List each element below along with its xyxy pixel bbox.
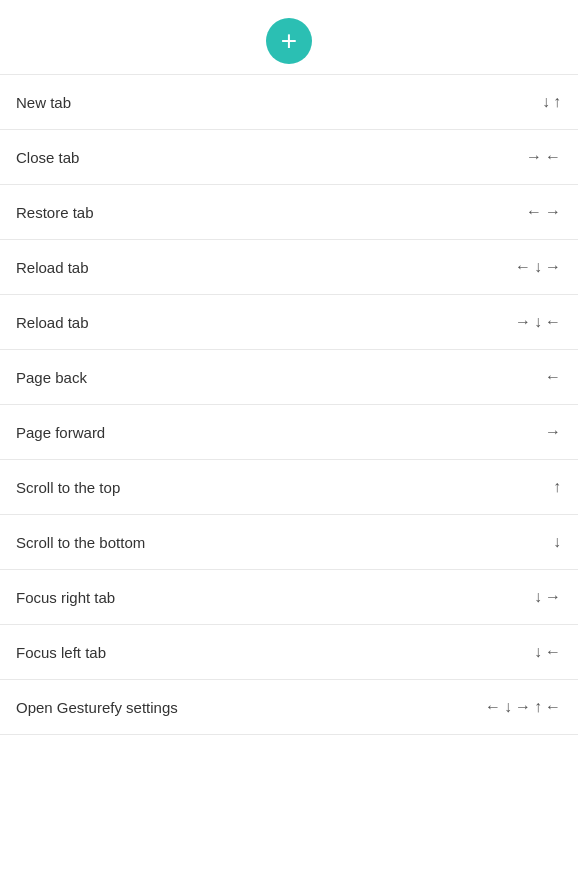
gesture-arrows: ↑ bbox=[553, 478, 562, 496]
plus-icon: + bbox=[281, 27, 297, 55]
arrow-2: → bbox=[545, 258, 562, 276]
arrow-1: ← bbox=[545, 643, 562, 661]
gesture-item-page-back[interactable]: Page back← bbox=[0, 349, 578, 405]
arrow-3: ↑ bbox=[534, 698, 543, 716]
arrow-1: ↓ bbox=[504, 698, 513, 716]
arrow-1: ↓ bbox=[534, 258, 543, 276]
arrow-0: ↓ bbox=[534, 643, 543, 661]
arrow-0: → bbox=[545, 423, 562, 441]
gesture-arrows: ↓ bbox=[553, 533, 562, 551]
arrow-1: ↓ bbox=[534, 313, 543, 331]
gesture-arrows: ←→ bbox=[526, 203, 562, 221]
gesture-item-focus-left-tab[interactable]: Focus left tab↓← bbox=[0, 624, 578, 680]
gesture-label: Reload tab bbox=[16, 314, 89, 331]
gesture-item-page-forward[interactable]: Page forward→ bbox=[0, 404, 578, 460]
gesture-label: Scroll to the bottom bbox=[16, 534, 145, 551]
add-gesture-button[interactable]: + bbox=[266, 18, 312, 64]
gesture-arrows: →↓← bbox=[515, 313, 562, 331]
gesture-label: Open Gesturefy settings bbox=[16, 699, 178, 716]
gesture-label: Scroll to the top bbox=[16, 479, 120, 496]
arrow-1: → bbox=[545, 203, 562, 221]
arrow-1: ↑ bbox=[553, 93, 562, 111]
arrow-0: ↑ bbox=[553, 478, 562, 496]
arrow-0: ↓ bbox=[542, 93, 551, 111]
gesture-label: Reload tab bbox=[16, 259, 89, 276]
gesture-label: New tab bbox=[16, 94, 71, 111]
gesture-label: Restore tab bbox=[16, 204, 94, 221]
arrow-2: → bbox=[515, 698, 532, 716]
arrow-0: ← bbox=[526, 203, 543, 221]
arrow-1: ← bbox=[545, 148, 562, 166]
gesture-item-open-gesturefy-settings[interactable]: Open Gesturefy settings←↓→↑← bbox=[0, 679, 578, 735]
gesture-arrows: ↓→ bbox=[534, 588, 562, 606]
gesture-arrows: →← bbox=[526, 148, 562, 166]
gesture-arrows: ←↓→ bbox=[515, 258, 562, 276]
arrow-0: → bbox=[526, 148, 543, 166]
arrow-0: → bbox=[515, 313, 532, 331]
gesture-label: Focus left tab bbox=[16, 644, 106, 661]
gesture-label: Close tab bbox=[16, 149, 79, 166]
gesture-item-close-tab[interactable]: Close tab→← bbox=[0, 129, 578, 185]
gesture-arrows: ↓← bbox=[534, 643, 562, 661]
gesture-arrows: ↓↑ bbox=[542, 93, 562, 111]
gesture-label: Focus right tab bbox=[16, 589, 115, 606]
gesture-label: Page forward bbox=[16, 424, 105, 441]
arrow-0: ↓ bbox=[553, 533, 562, 551]
gesture-item-reload-tab-1[interactable]: Reload tab←↓→ bbox=[0, 239, 578, 295]
gesture-item-restore-tab[interactable]: Restore tab←→ bbox=[0, 184, 578, 240]
arrow-2: ← bbox=[545, 313, 562, 331]
arrow-0: ← bbox=[485, 698, 502, 716]
gesture-item-scroll-top[interactable]: Scroll to the top↑ bbox=[0, 459, 578, 515]
gesture-item-new-tab[interactable]: New tab↓↑ bbox=[0, 74, 578, 130]
gesture-arrows: ← bbox=[545, 368, 562, 386]
gesture-arrows: ←↓→↑← bbox=[485, 698, 562, 716]
arrow-4: ← bbox=[545, 698, 562, 716]
arrow-1: → bbox=[545, 588, 562, 606]
gesture-label: Page back bbox=[16, 369, 87, 386]
gesture-list: New tab↓↑Close tab→←Restore tab←→Reload … bbox=[0, 74, 578, 735]
gesture-item-focus-right-tab[interactable]: Focus right tab↓→ bbox=[0, 569, 578, 625]
arrow-0: ↓ bbox=[534, 588, 543, 606]
gesture-arrows: → bbox=[545, 423, 562, 441]
gesture-item-scroll-bottom[interactable]: Scroll to the bottom↓ bbox=[0, 514, 578, 570]
arrow-0: ← bbox=[545, 368, 562, 386]
gesture-item-reload-tab-2[interactable]: Reload tab→↓← bbox=[0, 294, 578, 350]
arrow-0: ← bbox=[515, 258, 532, 276]
